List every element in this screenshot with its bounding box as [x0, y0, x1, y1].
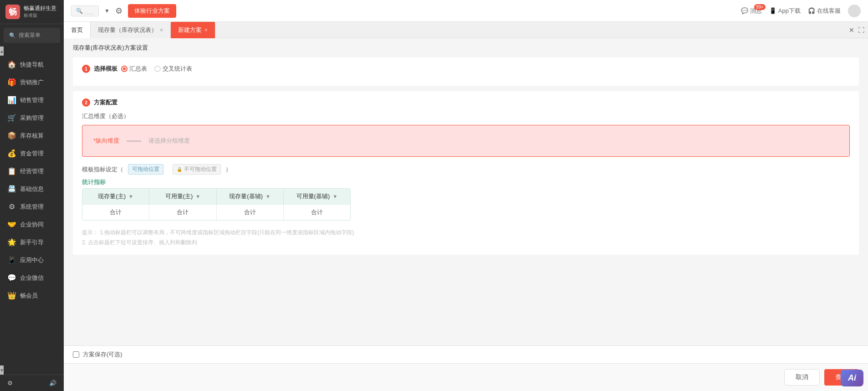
nav-icon: 📱: [7, 256, 16, 264]
hint-section: 提示： 1.拖动标题栏可以调整布局，不可跨维度或指标区域拖动栏目字段(只能在同一…: [82, 228, 850, 247]
indicator-label: 模板指标设定（ 可拖动位置 🔒 不可拖动位置 ）: [82, 164, 850, 175]
sidebar-item-label: 快捷导航: [20, 61, 44, 69]
app-icon: 📱: [769, 7, 776, 14]
stat-table-row: 合计 合计 合计 合计: [82, 204, 350, 220]
sidebar-item-marketing[interactable]: 🎁 营销推广: [0, 73, 64, 91]
trial-btn[interactable]: 体验行业方案: [128, 4, 176, 18]
logo-text: 畅赢通好生意: [24, 5, 56, 12]
page-title: 现存量(库存状况表)方案设置: [73, 44, 859, 52]
expand-tab-btn[interactable]: ⛶: [858, 26, 864, 34]
tab-actions: ✕ ⛶: [849, 26, 868, 34]
radio-summary[interactable]: 汇总表: [121, 65, 147, 73]
logo-icon: 畅: [5, 5, 20, 19]
tab-new-scheme[interactable]: 新建方案 ×: [171, 22, 215, 38]
stat-col-2[interactable]: 可用量(主) ▼: [149, 189, 216, 204]
sound-icon[interactable]: 🔊: [49, 380, 56, 386]
sidebar-item-member[interactable]: 👑 畅会员: [0, 287, 64, 304]
sidebar-item-system[interactable]: ⚙ 系统管理: [0, 198, 64, 216]
sidebar-item-apps[interactable]: 📱 应用中心: [0, 251, 64, 269]
scroll-down-btn[interactable]: ▼: [0, 365, 4, 375]
chevron-down-icon-4[interactable]: ▼: [332, 194, 337, 199]
chevron-down-icon-1[interactable]: ▼: [128, 194, 133, 199]
sidebar-item-nav[interactable]: 🏠 快捷导航: [0, 56, 64, 73]
chevron-down-icon-2[interactable]: ▼: [195, 194, 200, 199]
sidebar-logo: 畅 畅赢通好生意 标准版: [0, 0, 64, 24]
section2-title: 方案配置: [94, 98, 117, 107]
header-dropdown[interactable]: ▼: [104, 8, 110, 14]
logo-sub: 标准版: [24, 12, 56, 19]
save-checkbox[interactable]: [73, 351, 79, 358]
sidebar-item-wechat[interactable]: 💬 企业微信: [0, 269, 64, 287]
stat-cell-1: 合计: [82, 205, 149, 220]
sidebar-item-label: 系统管理: [20, 203, 44, 211]
radio-cross[interactable]: 交叉统计表: [154, 65, 192, 73]
nav-icon: 🏠: [7, 60, 16, 69]
user-avatar[interactable]: [848, 5, 861, 17]
sidebar-item-guide[interactable]: 🌟 新手引导: [0, 233, 64, 251]
cancel-button[interactable]: 取消: [784, 369, 820, 386]
sidebar-item-inventory[interactable]: 📦 库存核算: [0, 127, 64, 144]
message-btn[interactable]: 💬 消息 99+: [741, 7, 762, 15]
app-label: App下载: [778, 7, 801, 15]
online-service-btn[interactable]: 🎧 在线客服: [808, 7, 841, 15]
dimension-box[interactable]: *纵向维度 —— 请选择分组维度: [82, 125, 850, 157]
stat-col-4[interactable]: 可用量(基辅) ▼: [284, 189, 350, 204]
nav-icon: 📊: [7, 96, 16, 104]
footer: 取消 查询: [64, 363, 868, 391]
tab-close-icon[interactable]: ×: [160, 27, 163, 33]
header-right: 💬 消息 99+ 📱 App下载 🎧 在线客服: [741, 5, 861, 17]
nav-icon: 📦: [7, 131, 16, 140]
sidebar-bottom: ⚙ 🔊: [0, 375, 64, 391]
sidebar-item-label: 基础信息: [20, 185, 44, 193]
sidebar-item-sales[interactable]: 📊 销售管理: [0, 91, 64, 109]
stat-table: 现存量(主) ▼ 可用量(主) ▼ 现存量(基辅) ▼ 可用量(基辅): [82, 188, 351, 221]
indicator-label-text: 模板指标设定（: [82, 165, 123, 174]
sidebar-item-basic[interactable]: 📇 基础信息: [0, 180, 64, 198]
nav-icon: 🎁: [7, 78, 16, 87]
non-draggable-tag: 🔒 不可拖动位置: [173, 164, 221, 175]
sidebar-item-label: 采购管理: [20, 114, 44, 122]
col-label-4: 可用量(基辅): [296, 192, 330, 201]
save-label: 方案保存(可选): [83, 350, 123, 359]
nav-icon: ⚙: [7, 202, 16, 211]
sidebar-item-collab[interactable]: 🤝 企业协同: [0, 216, 64, 233]
sidebar-item-finance[interactable]: 💰 资金管理: [0, 144, 64, 162]
main-area: 🔍 ___ ▼ ⚙ 体验行业方案 💬 消息 99+ 📱 App下载 🎧 在线客服: [64, 0, 868, 391]
sidebar-item-label: 畅会员: [20, 292, 38, 300]
settings-icon[interactable]: ⚙: [7, 380, 13, 386]
col-label-3: 现存量(基辅): [229, 192, 263, 201]
nav-icon: 📋: [7, 167, 16, 175]
header-left: 🔍 ___ ▼ ⚙ 体验行业方案: [71, 4, 176, 18]
app-download-btn[interactable]: 📱 App下载: [769, 7, 801, 15]
header-gear-icon[interactable]: ⚙: [115, 6, 123, 16]
stat-col-3[interactable]: 现存量(基辅) ▼: [217, 189, 284, 204]
chevron-down-icon-3[interactable]: ▼: [266, 194, 271, 199]
stat-cell-3: 合计: [217, 205, 284, 220]
scroll-up-btn[interactable]: ▲: [0, 46, 4, 56]
stat-col-1[interactable]: 现存量(主) ▼: [82, 189, 149, 204]
lock-icon: 🔒: [177, 167, 182, 172]
nav-icon: 💰: [7, 149, 16, 158]
tab-close-icon[interactable]: ×: [204, 27, 208, 33]
tab-inventory[interactable]: 现存量（库存状况表） ×: [91, 22, 171, 38]
sidebar-search[interactable]: 🔍 搜索菜单: [4, 28, 60, 43]
nav-icon: 📇: [7, 185, 16, 193]
page-content: 现存量(库存状况表)方案设置 1 选择模板 汇总表 交叉统计表: [64, 38, 868, 345]
msg-badge: 99+: [754, 4, 766, 10]
sidebar-item-label: 库存核算: [20, 132, 44, 140]
header-search[interactable]: 🔍 ___: [71, 5, 99, 16]
sidebar-item-label: 企业微信: [20, 274, 44, 282]
nav-icon: 🌟: [7, 238, 16, 247]
search-label: 搜索菜单: [19, 31, 41, 39]
search-icon: 🔍: [76, 8, 83, 14]
hint-line-2: 2. 点击标题栏下拉可设置排序、插入列和删除列: [82, 238, 850, 248]
sidebar-item-operations[interactable]: 📋 经营管理: [0, 162, 64, 180]
sidebar-item-purchase[interactable]: 🛒 采购管理: [0, 109, 64, 127]
tabs-bar: 首页 现存量（库存状况表） × 新建方案 × ✕ ⛶: [64, 22, 868, 38]
close-tab-btn[interactable]: ✕: [849, 26, 854, 34]
sidebar-item-label: 资金管理: [20, 149, 44, 158]
tab-home[interactable]: 首页: [64, 22, 91, 38]
search-text: ___: [85, 8, 94, 14]
ai-button[interactable]: Ai: [841, 370, 863, 386]
section1-header: 1 选择模板 汇总表 交叉统计表: [82, 65, 850, 73]
